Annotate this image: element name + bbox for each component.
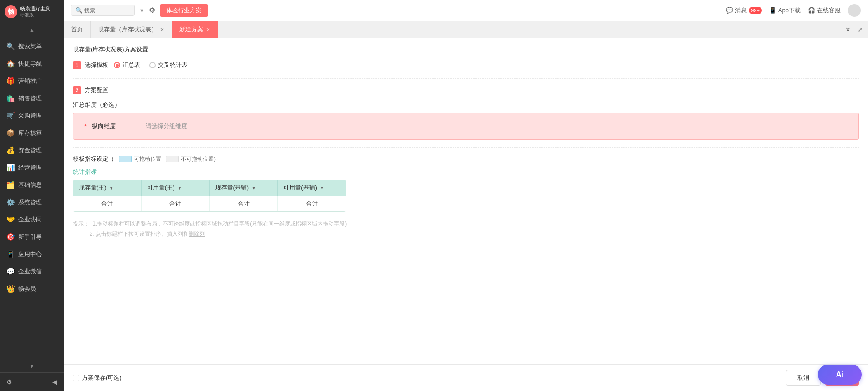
stats-col-chevron-2[interactable]: ▼ [251,185,256,190]
tabbar: 首页 现存量（库存状况表） ✕ 新建方案 ✕ ✕ ⤢ [64,21,868,38]
nav-label-cooperation: 企业协同 [18,216,42,224]
sidebar-item-system[interactable]: ⚙️ 系统管理 [0,194,64,211]
indicator-label-text: 模板指标设定（ [73,155,114,163]
radio-cross-circle[interactable] [149,62,156,68]
online-service-label: 在线客服 [817,6,841,15]
sidebar-item-inventory_check[interactable]: 📦 库存核算 [0,124,64,142]
stats-col-chevron-0[interactable]: ▼ [109,185,114,190]
radio-summary-circle[interactable] [114,62,120,68]
template-radio-group: 汇总表 交叉统计表 [114,61,188,69]
stats-header-cell-3[interactable]: 可用量(基辅) ▼ [278,180,346,196]
phone-icon: 📱 [769,7,776,14]
nav-icon-member: 👑 [6,285,15,293]
topbar-right: 💬 消息 99+ 📱 App下载 🎧 在线客服 [726,4,861,17]
step1-badge: 1 [73,61,81,69]
stats-header-cell-2[interactable]: 现存量(基辅) ▼ [210,180,278,196]
tab-new-plan[interactable]: 新建方案 ✕ [172,21,218,38]
search-input[interactable] [84,7,125,14]
nav-label-purchase: 采购管理 [18,112,42,120]
ai-float-btn[interactable]: Ai [818,365,862,385]
nav-label-search: 搜索菜单 [18,42,42,51]
stats-body-cell-2: 合计 [210,196,278,211]
message-icon: 💬 [726,7,733,14]
sidebar-scroll-up[interactable]: ▲ [0,24,64,36]
nav-icon-search: 🔍 [6,42,15,51]
section1-header: 1 选择模板 汇总表 交叉统计表 [73,61,859,69]
message-btn[interactable]: 💬 消息 99+ [726,6,762,15]
sidebar-bottom: ⚙ ◀ [0,372,64,391]
radio-summary[interactable]: 汇总表 [114,61,140,69]
sidebar-item-purchase[interactable]: 🛒 采购管理 [0,107,64,124]
message-badge: 99+ [749,7,762,14]
stats-col-chevron-3[interactable]: ▼ [320,185,324,190]
tab-close-window-btn[interactable]: ✕ [843,24,853,35]
tip-1: 提示： 1.拖动标题栏可以调整布局，不可跨维度或指标区域拖动栏目字段(只能在同一… [73,219,859,229]
fixed-indicator-box [166,156,179,162]
sidebar-item-new_user[interactable]: 🎯 新手引导 [0,228,64,246]
topbar-left: 🔍 ▼ ⚙ 体验行业方案 [71,4,208,17]
topbar-settings-icon[interactable]: ⚙ [149,6,155,15]
tab-home[interactable]: 首页 [64,21,91,38]
dim-dash: —— [125,123,137,130]
message-label: 消息 [735,6,747,15]
user-avatar[interactable] [848,4,861,17]
sidebar-item-finance[interactable]: 💰 资金管理 [0,142,64,159]
radio-cross-label: 交叉统计表 [158,61,188,69]
sidebar-item-basic[interactable]: 🗂️ 基础信息 [0,176,64,194]
radio-cross[interactable]: 交叉统计表 [149,61,188,69]
online-service-btn[interactable]: 🎧 在线客服 [808,6,841,15]
save-checkbox-row: 方案保存(可选) [73,374,122,382]
stats-table-body: 合计合计合计合计 [73,196,346,211]
app-download-btn[interactable]: 📱 App下载 [769,6,801,15]
tab-home-label: 首页 [71,26,83,34]
stats-col-chevron-1[interactable]: ▼ [177,185,182,190]
collapse-icon[interactable]: ◀ [49,376,60,387]
stats-col-label-1: 可用量(主) [147,184,175,192]
movable-indicator-box [119,156,132,162]
nav-icon-marketing: 🎁 [6,77,15,85]
stats-header-cell-1[interactable]: 可用量(主) ▼ [142,180,210,196]
stats-label: 统计指标 [73,168,859,176]
search-dropdown-arrow[interactable]: ▼ [139,8,144,13]
topbar: 🔍 ▼ ⚙ 体验行业方案 💬 消息 99+ 📱 App下载 🎧 在线客服 [64,0,868,21]
section2-title: 方案配置 [85,86,108,94]
nav-icon-wechat: 💬 [6,268,15,276]
nav-label-operations: 经营管理 [18,164,42,172]
sidebar-item-marketing[interactable]: 🎁 营销推广 [0,72,64,90]
sidebar-item-operations[interactable]: 📊 经营管理 [0,159,64,176]
save-checkbox[interactable] [73,375,79,381]
sidebar-item-wechat[interactable]: 💬 企业微信 [0,263,64,280]
divider2 [73,147,859,148]
stats-header-cell-0[interactable]: 现存量(主) ▼ [73,180,142,196]
headset-icon: 🎧 [808,7,815,14]
tab-inventory-close[interactable]: ✕ [160,26,164,33]
tab-new-plan-close[interactable]: ✕ [206,26,210,33]
sidebar-item-member[interactable]: 👑 畅会员 [0,280,64,298]
content-inner: 现存量(库存状况表)方案设置 1 选择模板 汇总表 交叉统计表 [64,38,868,391]
settings-icon[interactable]: ⚙ [4,376,15,387]
tab-inventory[interactable]: 现存量（库存状况表） ✕ [91,21,172,38]
nav-label-system: 系统管理 [18,198,42,206]
sidebar-scroll-down[interactable]: ▼ [0,360,64,372]
section-choose-template: 1 选择模板 汇总表 交叉统计表 [73,61,859,69]
try-industry-btn[interactable]: 体验行业方案 [160,4,208,17]
dim-placeholder[interactable]: 请选择分组维度 [146,122,187,130]
tab-expand-btn[interactable]: ⤢ [855,24,864,35]
sidebar-item-cooperation[interactable]: 🤝 企业协同 [0,211,64,228]
cancel-button[interactable]: 取消 [786,370,821,386]
tip-2: 2. 点击标题栏下拉可设置排序、插入列和删除列 [73,229,859,239]
sidebar-item-app_center[interactable]: 📱 应用中心 [0,246,64,263]
nav-label-marketing: 营销推广 [18,77,42,85]
sidebar-logo: 畅 畅康通好生意 标准版 [0,0,64,24]
sidebar-item-sales[interactable]: 🛍️ 销售管理 [0,90,64,107]
movable-indicator-label: 可拖动位置 [134,155,161,163]
dimension-box[interactable]: * 纵向维度 —— 请选择分组维度 [73,113,859,140]
nav-label-inventory_check: 库存核算 [18,129,42,137]
search-bar[interactable]: 🔍 [71,5,135,16]
nav-label-wechat: 企业微信 [18,268,42,276]
nav-label-member: 畅会员 [18,285,36,293]
sidebar-item-shortcut[interactable]: 🏠 快捷导航 [0,55,64,72]
stats-col-label-2: 现存量(基辅) [215,184,249,192]
stats-col-label-0: 现存量(主) [79,184,107,192]
sidebar-item-search[interactable]: 🔍 搜索菜单 [0,38,64,55]
